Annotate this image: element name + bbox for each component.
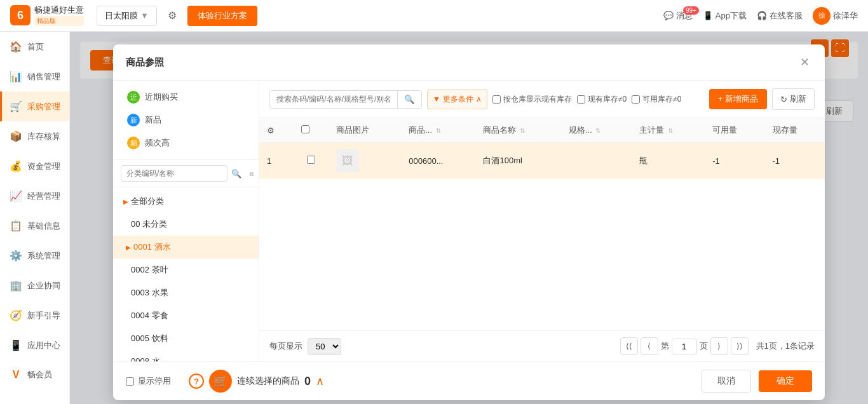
row-available: -1 [705,143,764,179]
system-icon: ⚙️ [10,250,22,262]
product-search-button[interactable]: 🔍 [397,91,421,108]
code-sort-icon[interactable]: ⇅ [436,127,441,134]
table-row[interactable]: 1 🖼 000600... 白酒100ml [259,143,825,179]
category-c0001[interactable]: ▶ 0001 酒水 [113,236,259,259]
category-c0005[interactable]: 0005 饮料 [113,327,259,350]
th-image: 商品图片 [329,118,401,143]
store-selector[interactable]: 日太阳膜 ▼ [97,6,157,26]
sidebar-item-home[interactable]: 🏠 首页 [0,32,69,62]
page-number-input[interactable]: 1 [672,339,697,354]
display-disabled-checkbox[interactable] [126,377,134,386]
user-area[interactable]: 徐 徐泽华 [813,7,858,25]
nav-right-area: 💬 消息 99+ 📱 App下载 🎧 在线客服 徐 徐泽华 [663,7,858,25]
shortcut-new[interactable]: 新 新品 [121,109,251,131]
usable-stock-checkbox[interactable] [632,95,640,104]
help-icon[interactable]: ? [189,374,204,389]
add-product-button[interactable]: + 新增商品 [709,89,767,109]
user-avatar: 徐 [813,7,831,25]
sidebar-item-basics[interactable]: 📋 基础信息 [0,211,69,241]
sidebar-item-system[interactable]: ⚙️ 系统管理 [0,241,69,271]
category-list: ▶ 全部分类 00 未分类 ▶ 0001 酒水 0002 茶 [113,187,259,361]
home-icon: 🏠 [10,41,22,53]
sidebar-inventory-label: 库存核算 [27,131,60,142]
product-search-box: 🔍 [269,90,422,109]
app-download-nav-item[interactable]: 📱 App下载 [703,10,747,22]
inventory-icon: 📦 [10,130,22,142]
spec-sort-icon[interactable]: ⇅ [595,127,600,134]
confirm-button[interactable]: 确定 [759,370,812,392]
product-image-placeholder: 🖼 [336,149,359,172]
unit-sort-icon[interactable]: ⇅ [668,127,673,134]
sidebar-item-apps[interactable]: 📱 应用中心 [0,330,69,360]
mobile-icon: 📱 [703,11,713,20]
sidebar-basics-label: 基础信息 [27,220,60,232]
th-settings[interactable]: ⚙ [259,118,294,143]
sidebar-item-purchase[interactable]: 🛒 采购管理 [0,91,69,121]
prev-page-button[interactable]: ⟨ [641,337,658,355]
modal-close-button[interactable]: ✕ [797,55,812,70]
shortcut-recent[interactable]: 近 近期购买 [121,86,251,109]
category-c0008[interactable]: 0008 水 [113,350,259,361]
per-page-select[interactable]: 50 [308,338,341,355]
headset-icon: 🎧 [757,11,767,20]
row-checkbox-cell[interactable] [294,143,329,179]
sidebar-item-enterprise[interactable]: 🏢 企业协同 [0,271,69,300]
available-stock-checkbox[interactable] [577,95,585,104]
sidebar-item-finance[interactable]: 💰 资金管理 [0,151,69,181]
collapse-panel-icon[interactable]: « [245,166,258,181]
sidebar-item-member[interactable]: V 畅会员 [0,360,69,389]
sidebar-item-inventory[interactable]: 📦 库存核算 [0,121,69,151]
sales-icon: 📊 [10,71,22,83]
online-service-nav-item[interactable]: 🎧 在线客服 [757,10,803,22]
sidebar-system-label: 系统管理 [27,250,60,262]
sidebar-home-label: 首页 [27,41,44,53]
main-layout: 🏠 首页 📊 销售管理 🛒 采购管理 📦 库存核算 💰 资金管理 📈 经营管理 … [0,32,868,404]
warehouse-display-checkbox-label[interactable]: 按仓库显示现有库存 [492,94,572,105]
usable-stock-checkbox-label[interactable]: 可用库存≠0 [632,94,681,105]
all-expand-icon: ▶ [123,198,128,205]
category-c0002[interactable]: 0002 茶叶 [113,259,259,281]
trial-button[interactable]: 体验行业方案 [187,6,257,26]
sidebar-item-operations[interactable]: 📈 经营管理 [0,181,69,211]
more-filters-button[interactable]: ▼ 更多条件 ∧ [427,90,487,109]
sidebar-item-guide[interactable]: 🧭 新手引导 [0,300,69,330]
cancel-button[interactable]: 取消 [702,370,751,393]
select-all-checkbox[interactable] [301,125,309,133]
product-search-input[interactable] [270,91,397,107]
sidebar-item-sales[interactable]: 📊 销售管理 [0,62,69,91]
product-refresh-button[interactable]: ↻ 刷新 [772,88,815,110]
row-code: 000600... [401,143,475,179]
category-c0004[interactable]: 0004 零食 [113,304,259,327]
category-search-icon[interactable]: 🔍 [231,169,241,178]
logo-area[interactable]: 6 畅捷通好生意 精品版 [10,5,84,26]
first-page-button[interactable]: ⟨⟨ [620,337,638,355]
category-c0003[interactable]: 0003 水果 [113,281,259,304]
cart-count: 0 [304,375,311,388]
warehouse-display-label: 按仓库显示现有库存 [503,94,572,105]
online-service-label: 在线客服 [770,10,803,22]
warehouse-display-checkbox[interactable] [492,95,501,104]
name-sort-icon[interactable]: ⇅ [520,127,525,134]
row-checkbox[interactable] [307,156,315,164]
sidebar-finance-label: 资金管理 [27,161,60,172]
collapse-cart-icon[interactable]: ∧ [316,374,324,388]
row-seq: 1 [259,143,294,179]
app-download-label: App下载 [715,10,747,22]
th-checkbox[interactable] [294,118,329,143]
cart-button[interactable]: 🛒 [209,370,232,393]
last-page-button[interactable]: ⟩⟩ [731,337,749,355]
shortcut-frequent[interactable]: 频 频次高 [121,131,251,154]
footer-buttons: 取消 确定 [702,370,812,393]
available-stock-checkbox-label[interactable]: 现有库存≠0 [577,94,627,105]
next-page-button[interactable]: ⟩ [710,337,728,355]
sidebar-enterprise-label: 企业协同 [27,280,60,292]
category-search-input[interactable] [121,165,227,182]
category-c00[interactable]: 00 未分类 [113,213,259,236]
filter-icon: ▼ [433,95,440,104]
product-table-container: ⚙ 商品图片 商品... ⇅ 商品名称 [259,118,825,330]
settings-gear-icon[interactable]: ⚙ [162,6,182,26]
messages-nav-item[interactable]: 💬 消息 99+ [663,10,693,22]
table-body: 1 🖼 000600... 白酒100ml [259,143,825,179]
pagination-bar: 每页显示 50 ⟨⟨ ⟨ 第 1 页 ⟩ ⟩⟩ [259,330,825,361]
category-all[interactable]: ▶ 全部分类 [113,190,259,213]
